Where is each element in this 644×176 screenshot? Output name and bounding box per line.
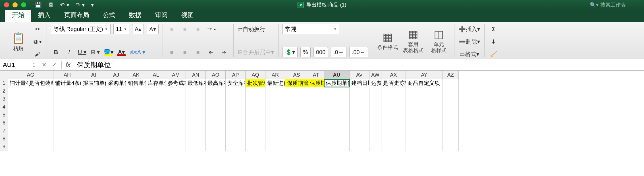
cell[interactable] xyxy=(406,135,443,143)
tab-page-layout[interactable]: 页面布局 xyxy=(57,8,96,22)
cell[interactable] xyxy=(308,103,324,111)
cell[interactable] xyxy=(369,95,381,103)
row-header[interactable]: 6 xyxy=(0,119,8,127)
cell[interactable] xyxy=(206,119,226,127)
cell[interactable] xyxy=(308,119,324,127)
cell[interactable] xyxy=(265,127,285,135)
decrease-font-button[interactable]: A▾ xyxy=(147,24,158,34)
cell[interactable] xyxy=(381,135,406,143)
zoom-window-button[interactable] xyxy=(21,2,26,7)
cell[interactable] xyxy=(308,143,324,151)
cell[interactable] xyxy=(443,79,459,87)
cell[interactable] xyxy=(166,111,186,119)
column-header[interactable]: AP xyxy=(226,71,246,79)
cell[interactable] xyxy=(406,119,443,127)
cell[interactable] xyxy=(146,87,166,95)
cell[interactable] xyxy=(324,119,350,127)
bold-button[interactable]: B xyxy=(51,47,61,57)
cell[interactable]: 销售单位 xyxy=(126,79,146,87)
format-cells-button[interactable]: ▭ 格式 ▾ xyxy=(458,49,480,59)
currency-button[interactable]: 💲▾ xyxy=(282,47,298,57)
cell[interactable] xyxy=(166,95,186,103)
row-header[interactable]: 9 xyxy=(0,143,8,151)
row-header[interactable]: 3 xyxy=(0,95,8,103)
cell[interactable] xyxy=(166,119,186,127)
cell[interactable] xyxy=(406,143,443,151)
cell[interactable] xyxy=(186,119,206,127)
cell[interactable] xyxy=(146,127,166,135)
fill-color-button[interactable]: 🪣 ▾ xyxy=(103,48,113,56)
cell[interactable]: 最高库存 xyxy=(206,79,226,87)
cell[interactable] xyxy=(369,135,381,143)
cell[interactable] xyxy=(381,103,406,111)
cell[interactable] xyxy=(206,127,226,135)
align-middle-button[interactable]: ≡ xyxy=(180,24,190,34)
tab-formulas[interactable]: 公式 xyxy=(96,8,122,22)
cell[interactable] xyxy=(53,103,81,111)
tab-data[interactable]: 数据 xyxy=(122,8,148,22)
cell[interactable] xyxy=(381,95,406,103)
cell[interactable] xyxy=(166,143,186,151)
undo-icon[interactable]: ↶ ▾ xyxy=(60,1,69,8)
cell[interactable] xyxy=(126,95,146,103)
formula-input[interactable] xyxy=(74,61,644,69)
cell[interactable] xyxy=(126,103,146,111)
cell[interactable] xyxy=(106,95,126,103)
cell[interactable] xyxy=(226,127,246,135)
column-header[interactable]: AV xyxy=(350,71,369,79)
cell[interactable] xyxy=(443,143,459,151)
cell[interactable] xyxy=(206,143,226,151)
column-header[interactable]: AS xyxy=(285,71,308,79)
cell[interactable] xyxy=(8,95,53,103)
cell[interactable] xyxy=(246,95,265,103)
copy-button[interactable]: ⧉ ▾ xyxy=(32,36,43,47)
cell[interactable] xyxy=(106,143,126,151)
cell[interactable] xyxy=(81,103,106,111)
cell[interactable] xyxy=(226,143,246,151)
cell[interactable] xyxy=(381,87,406,95)
cell[interactable] xyxy=(8,127,53,135)
cell[interactable] xyxy=(406,103,443,111)
cell[interactable] xyxy=(246,111,265,119)
cell[interactable]: 是否走冻链 xyxy=(381,79,406,87)
cell[interactable] xyxy=(265,95,285,103)
row-header[interactable]: 1 xyxy=(0,79,8,87)
column-header[interactable]: AL xyxy=(146,71,166,79)
cell[interactable] xyxy=(443,127,459,135)
cell[interactable] xyxy=(81,119,106,127)
cell[interactable] xyxy=(308,87,324,95)
cell[interactable] xyxy=(206,111,226,119)
save-icon[interactable]: 💾 xyxy=(35,1,42,8)
cell[interactable] xyxy=(8,119,53,127)
row-header[interactable]: 2 xyxy=(0,87,8,95)
cell-styles-button[interactable]: ◫单元 格样式 xyxy=(427,28,450,53)
cell[interactable] xyxy=(186,95,206,103)
cell[interactable]: 保质期管理 xyxy=(285,79,308,87)
font-color-button[interactable]: A ▾ xyxy=(116,48,126,56)
cell[interactable] xyxy=(285,87,308,95)
cell[interactable] xyxy=(285,143,308,151)
cell[interactable]: 商品自定义项 xyxy=(406,79,443,87)
cell[interactable] xyxy=(324,87,350,95)
format-painter-button[interactable]: 🖌 xyxy=(32,49,43,59)
cell[interactable] xyxy=(53,135,81,143)
cell[interactable] xyxy=(106,87,126,95)
cell[interactable] xyxy=(246,135,265,143)
orientation-button[interactable]: ⭬ ▾ xyxy=(206,24,217,34)
format-as-table-button[interactable]: ▦套用 表格格式 xyxy=(402,28,425,53)
cell[interactable] xyxy=(350,111,369,119)
align-right-button[interactable]: ≡ xyxy=(193,47,203,57)
cell[interactable]: 参考成本 xyxy=(166,79,186,87)
column-header[interactable]: AT xyxy=(308,71,324,79)
enter-formula-button[interactable]: ✓ xyxy=(52,61,57,69)
cell[interactable] xyxy=(8,87,53,95)
cell[interactable] xyxy=(126,127,146,135)
select-all-corner[interactable] xyxy=(0,71,8,79)
row-header[interactable]: 5 xyxy=(0,111,8,119)
cell[interactable] xyxy=(8,143,53,151)
cell[interactable] xyxy=(81,127,106,135)
column-header[interactable]: AG xyxy=(8,71,53,79)
cell[interactable] xyxy=(226,103,246,111)
column-header[interactable]: AU xyxy=(324,71,350,79)
column-header[interactable]: AO xyxy=(206,71,226,79)
